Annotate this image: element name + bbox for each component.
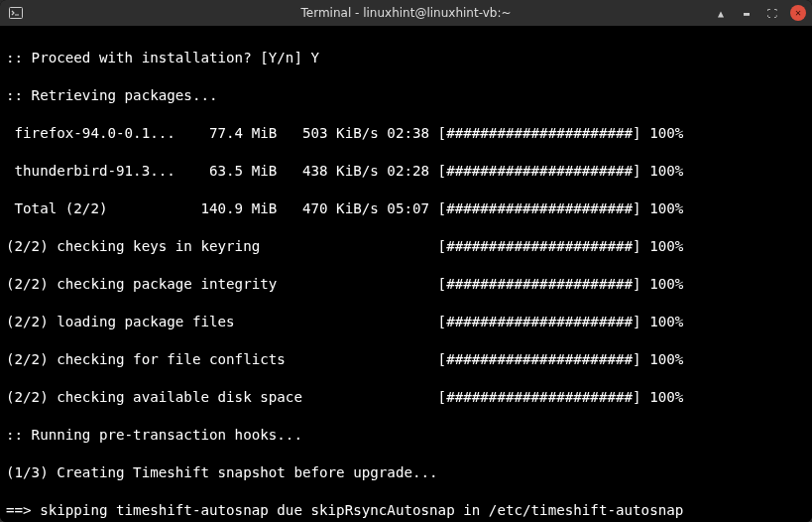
output-line: Total (2/2) 140.9 MiB 470 KiB/s 05:07 [#… [6, 199, 806, 218]
close-icon[interactable]: ✕ [790, 5, 806, 21]
keep-on-top-icon[interactable]: ▲ [713, 5, 729, 21]
window-controls: ▲ ▬ ⛶ ✕ [713, 5, 806, 21]
output-line: :: Proceed with installation? [Y/n] Y [6, 49, 806, 67]
output-line: :: Running pre-transaction hooks... [6, 426, 806, 445]
output-line: (2/2) checking available disk space [###… [6, 388, 806, 407]
terminal-output[interactable]: :: Proceed with installation? [Y/n] Y ::… [0, 26, 812, 522]
minimize-icon[interactable]: ▬ [739, 5, 754, 21]
terminal-window: Terminal - linuxhint@linuxhint-vb:~ ▲ ▬ … [0, 0, 812, 522]
output-line: (1/3) Creating Timeshift snapshot before… [6, 463, 806, 482]
output-line: (2/2) checking keys in keyring [########… [6, 237, 806, 256]
titlebar[interactable]: Terminal - linuxhint@linuxhint-vb:~ ▲ ▬ … [0, 0, 812, 26]
window-title: Terminal - linuxhint@linuxhint-vb:~ [301, 6, 512, 20]
output-line: (2/2) checking for file conflicts [#####… [6, 350, 806, 369]
output-line: ==> skipping timeshift-autosnap due skip… [6, 501, 806, 520]
output-line: thunderbird-91.3... 63.5 MiB 438 KiB/s 0… [6, 162, 806, 181]
terminal-icon [8, 5, 24, 21]
output-line: (2/2) loading package files [###########… [6, 313, 806, 331]
output-line: (2/2) checking package integrity [######… [6, 275, 806, 294]
output-line: :: Retrieving packages... [6, 86, 806, 105]
output-line: firefox-94.0-0.1... 77.4 MiB 503 KiB/s 0… [6, 124, 806, 143]
svg-rect-0 [10, 8, 23, 19]
maximize-icon[interactable]: ⛶ [764, 5, 780, 21]
